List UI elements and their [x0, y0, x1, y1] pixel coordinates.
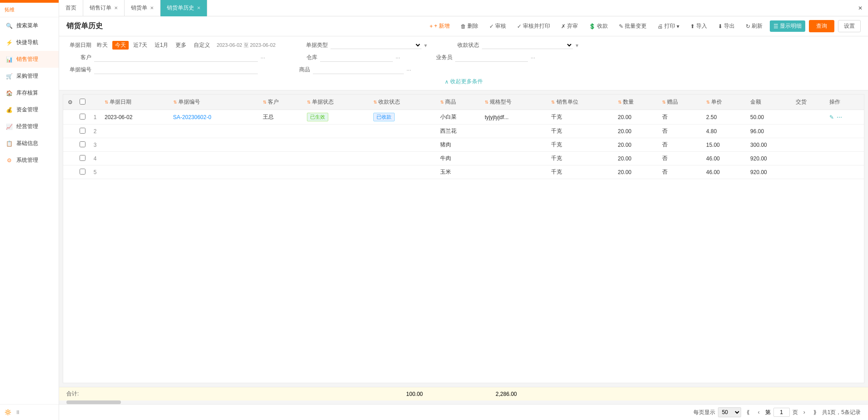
row-checkbox[interactable] — [80, 169, 85, 175]
query-button[interactable]: 查询 — [809, 20, 834, 32]
col-goods[interactable]: ⇅ 商品 — [437, 95, 482, 110]
sidebar-bottom-icon2[interactable]: ⏸ — [15, 409, 20, 415]
review-button[interactable]: ✓ 审核 — [486, 20, 510, 32]
salesman-input[interactable] — [455, 53, 528, 62]
select-all-checkbox[interactable] — [80, 99, 85, 105]
next-page-btn[interactable]: › — [801, 408, 808, 416]
salesman-search-btn[interactable]: ··· — [531, 55, 535, 61]
col-customer[interactable]: ⇅ 客户 — [260, 95, 304, 110]
date-range-display: 2023-06-02 至 2023-06-02 — [216, 42, 276, 49]
sidebar-bottom-icon1[interactable]: 🔆 — [5, 409, 11, 415]
collapse-btn[interactable]: ∧ 收起更多条件 — [445, 78, 483, 85]
sidebar-item-finance[interactable]: 💰 资金管理 — [0, 101, 59, 118]
col-doc-no[interactable]: ⇅ 单据编号 — [171, 95, 260, 110]
filter-doc-type: 单据类型 ▾ — [303, 41, 427, 49]
row-checkbox[interactable] — [80, 155, 85, 161]
cell-trade — [793, 165, 827, 179]
col-doc-status[interactable]: ⇅ 单据状态 — [304, 95, 371, 110]
print-button[interactable]: 🖨 打印 ▾ — [654, 20, 683, 32]
customer-search-btn[interactable]: ··· — [261, 55, 265, 61]
tab-sales-history[interactable]: 销货单历史 ✕ — [161, 0, 207, 16]
batch-change-button[interactable]: ✎ 批量变更 — [615, 20, 650, 32]
tab-home[interactable]: 首页 — [59, 0, 83, 16]
doc-type-select[interactable] — [331, 41, 421, 49]
new-button[interactable]: + + 新增 — [426, 20, 453, 32]
col-settings[interactable]: ⚙ — [63, 95, 77, 110]
date-7days[interactable]: 近7天 — [130, 41, 150, 50]
date-today[interactable]: 今天 — [112, 41, 129, 50]
horizontal-scrollbar[interactable] — [59, 400, 868, 404]
cell-price: 4.80 — [703, 125, 748, 138]
tab-sales-order[interactable]: 销售订单 ✕ — [83, 0, 125, 16]
customer-input[interactable] — [94, 53, 258, 62]
warehouse-search-btn[interactable]: ··· — [396, 55, 400, 61]
new-icon: + — [430, 23, 433, 30]
date-custom[interactable]: 自定义 — [191, 41, 213, 50]
date-more[interactable]: 更多 — [173, 41, 189, 50]
col-unit[interactable]: ⇅ 销售单位 — [548, 95, 615, 110]
cell-customer — [260, 165, 304, 179]
cell-check[interactable] — [77, 138, 88, 152]
cell-trade — [793, 110, 827, 125]
cell-num: 2 — [88, 125, 102, 138]
show-detail-button[interactable]: ☰ 显示明细 — [770, 20, 805, 32]
cell-check[interactable] — [77, 110, 88, 125]
col-gift[interactable]: ⇅ 赠品 — [659, 95, 703, 110]
cell-actions: ✎⋯ — [827, 110, 864, 125]
set-button[interactable]: 设置 — [838, 20, 861, 32]
col-spec[interactable]: ⇅ 规格型号 — [482, 95, 548, 110]
sidebar-item-sales-mgmt[interactable]: 📊 销售管理 — [0, 51, 59, 68]
col-price[interactable]: ⇅ 单价 — [703, 95, 748, 110]
first-page-btn[interactable]: ⟪ — [744, 408, 753, 416]
collect-status-select[interactable] — [482, 41, 573, 49]
col-check[interactable] — [77, 95, 88, 110]
col-date[interactable]: ⇅ 单据日期 — [102, 95, 171, 110]
prev-page-btn[interactable]: ‹ — [755, 408, 763, 416]
footer-label: 合计: — [66, 390, 79, 398]
sidebar-item-quick-nav[interactable]: ⚡ 快捷导航 — [0, 34, 59, 51]
last-page-btn[interactable]: ⟫ — [811, 408, 819, 416]
col-qty[interactable]: ⇅ 数量 — [615, 95, 659, 110]
tab-sales-history-close[interactable]: ✕ — [197, 5, 201, 10]
tab-sales-delivery[interactable]: 销货单 ✕ — [125, 0, 161, 16]
date-1month[interactable]: 近1月 — [152, 41, 171, 50]
cell-check[interactable] — [77, 125, 88, 138]
collect-button[interactable]: 💲 收款 — [585, 20, 612, 32]
cell-pay-status — [371, 138, 437, 152]
sidebar-item-inventory[interactable]: 🏠 库存核算 — [0, 85, 59, 101]
col-pay-status[interactable]: ⇅ 收款状态 — [371, 95, 437, 110]
cell-gift: 否 — [659, 152, 703, 165]
tab-sales-delivery-close[interactable]: ✕ — [150, 5, 154, 10]
export-button[interactable]: ⬇ 导出 — [714, 20, 738, 32]
export-icon: ⬇ — [718, 23, 722, 30]
abandon-button[interactable]: ✗ 弃审 — [557, 20, 582, 32]
tab-sales-order-close[interactable]: ✕ — [114, 5, 118, 10]
import-button[interactable]: ⬆ 导入 — [687, 20, 711, 32]
refresh-button[interactable]: ↻ 刷新 — [742, 20, 766, 32]
page-number-input[interactable] — [773, 408, 790, 417]
row-checkbox[interactable] — [80, 114, 85, 120]
row-checkbox[interactable] — [80, 128, 85, 134]
scrollbar-thumb[interactable] — [66, 400, 121, 404]
sort-icon8: ⇅ — [551, 100, 555, 105]
sidebar-item-operations[interactable]: 📈 经营管理 — [0, 118, 59, 135]
sidebar-item-basic-info[interactable]: 📋 基础信息 — [0, 135, 59, 152]
cell-check[interactable] — [77, 165, 88, 179]
sidebar-search[interactable]: 🔍 搜索菜单 — [0, 17, 59, 34]
edit-action[interactable]: ✎ — [829, 114, 834, 120]
window-close-btn[interactable]: ✕ — [853, 5, 868, 11]
cell-qty: 20.00 — [615, 125, 659, 138]
row-checkbox[interactable] — [80, 141, 85, 147]
review-print-button[interactable]: ✓ 审核并打印 — [513, 20, 554, 32]
per-page-select[interactable]: 50 100 — [718, 407, 741, 417]
delete-button[interactable]: 🗑 删除 — [457, 20, 482, 32]
goods-input[interactable] — [313, 65, 404, 74]
more-action[interactable]: ⋯ — [837, 114, 842, 120]
goods-search-btn[interactable]: ··· — [406, 67, 411, 73]
date-yesterday[interactable]: 昨天 — [94, 41, 110, 50]
cell-check[interactable] — [77, 152, 88, 165]
warehouse-input[interactable] — [320, 53, 393, 62]
sidebar-item-system-mgmt[interactable]: ⚙ 系统管理 — [0, 152, 59, 169]
sidebar-item-purchase-mgmt[interactable]: 🛒 采购管理 — [0, 68, 59, 85]
doc-no-input[interactable] — [94, 65, 258, 74]
